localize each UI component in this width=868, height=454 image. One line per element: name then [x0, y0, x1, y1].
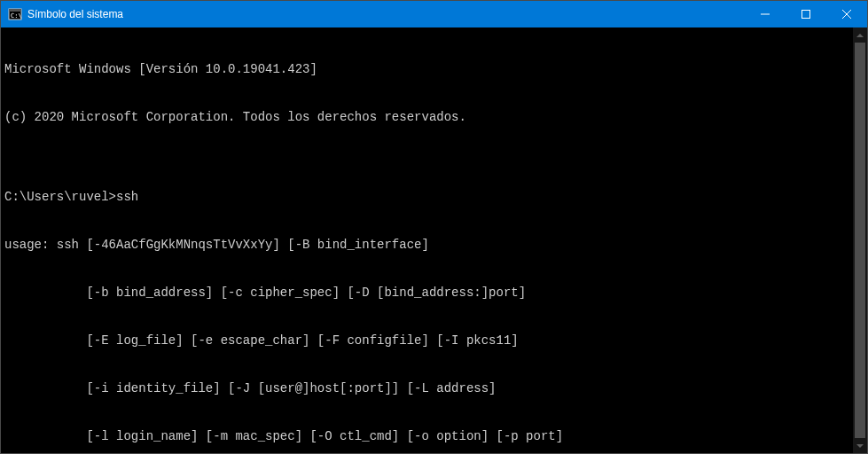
svg-marker-8 [856, 444, 864, 448]
terminal-line: [-b bind_address] [-c cipher_spec] [-D [… [4, 285, 864, 301]
maximize-button[interactable] [786, 1, 826, 27]
svg-rect-1 [9, 9, 21, 12]
svg-marker-7 [856, 34, 864, 37]
scroll-down-arrow-icon[interactable] [853, 438, 867, 453]
minimize-icon [761, 10, 770, 19]
terminal-line: usage: ssh [-46AaCfGgKkMNnqsTtVvXxYy] [-… [4, 237, 864, 253]
command-prompt-window: C:\ Símbolo del sistema [0, 0, 868, 454]
cmd-icon: C:\ [8, 7, 22, 21]
maximize-icon [802, 10, 810, 19]
scrollbar-thumb[interactable] [855, 43, 865, 438]
svg-rect-3 [761, 14, 770, 15]
minimize-button[interactable] [745, 1, 786, 27]
window-controls [745, 1, 867, 27]
terminal-output[interactable]: Microsoft Windows [Versión 10.0.19041.42… [1, 27, 867, 453]
scrollbar-track[interactable] [853, 43, 867, 438]
svg-rect-4 [802, 11, 810, 19]
close-icon [842, 10, 851, 19]
svg-text:C:\: C:\ [11, 12, 22, 20]
terminal-line: Microsoft Windows [Versión 10.0.19041.42… [4, 61, 864, 77]
close-button[interactable] [826, 1, 867, 27]
terminal-line: C:\Users\ruvel>ssh [4, 189, 864, 205]
terminal-line: [-l login_name] [-m mac_spec] [-O ctl_cm… [4, 428, 864, 444]
scroll-up-arrow-icon[interactable] [853, 27, 867, 43]
titlebar[interactable]: C:\ Símbolo del sistema [1, 1, 867, 27]
terminal-line: [-i identity_file] [-J [user@]host[:port… [4, 380, 864, 396]
terminal-line: [-E log_file] [-e escape_char] [-F confi… [4, 333, 864, 348]
window-title: Símbolo del sistema [27, 8, 745, 20]
vertical-scrollbar[interactable] [853, 27, 867, 453]
terminal-line: (c) 2020 Microsoft Corporation. Todos lo… [4, 109, 864, 125]
